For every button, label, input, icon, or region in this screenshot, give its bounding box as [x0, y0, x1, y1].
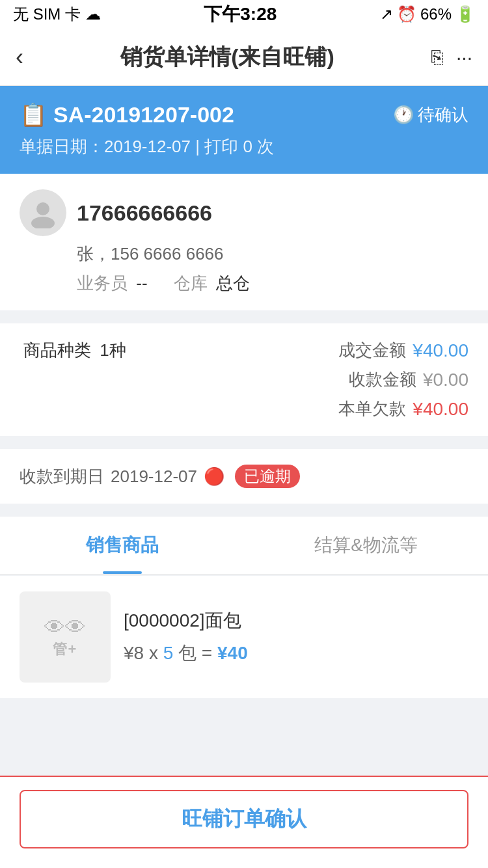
customer-contact: 张，156 6666 6666	[77, 243, 468, 265]
share-button[interactable]: ⎘	[431, 46, 443, 68]
debt-amount: 本单欠款 ¥40.00	[338, 398, 468, 420]
warehouse-field: 仓库 总仓	[174, 272, 250, 295]
tab-sales-label: 销售商品	[86, 533, 159, 558]
product-price: ¥8	[124, 643, 144, 663]
product-logo-text: 管+	[53, 640, 78, 659]
received-label: 收款金额	[349, 368, 416, 391]
debt-label: 本单欠款	[338, 398, 406, 420]
tab-settlement[interactable]: 结算&物流等	[244, 517, 488, 574]
overdue-section: 收款到期日 2019-12-07 🔴 已逾期	[0, 449, 488, 504]
product-row: 👁👁 管+ [0000002]面包 ¥8 x 5 包 = ¥40	[20, 591, 468, 683]
status-left: 无 SIM 卡 ☁	[13, 4, 101, 25]
location-icon: ↗	[380, 5, 393, 23]
product-unit: 包	[178, 643, 197, 663]
status-right: ↗ ⏰ 66% 🔋	[380, 5, 475, 23]
overdue-icon: 🔴	[204, 467, 224, 487]
product-type-value: 1种	[100, 340, 126, 360]
received-value: ¥0.00	[423, 370, 468, 390]
product-logo-eyes: 👁👁	[44, 616, 86, 640]
order-icon: 📋	[20, 102, 47, 128]
product-thumbnail: 👁👁 管+	[20, 591, 111, 683]
summary-amounts: 成交金额 ¥40.00 收款金额 ¥0.00 本单欠款 ¥40.00	[338, 339, 468, 420]
status-time: 下午3:28	[204, 2, 277, 27]
total-amount-label: 成交金额	[338, 339, 406, 362]
alarm-icon: ⏰	[397, 5, 416, 23]
debt-value: ¥40.00	[413, 399, 468, 420]
product-name: [0000002]面包	[124, 608, 468, 633]
tab-underline	[103, 571, 142, 574]
product-total: ¥40	[217, 643, 248, 663]
nav-actions: ⎘ ···	[431, 46, 472, 68]
tab-sales-product[interactable]: 销售商品	[0, 517, 244, 574]
salesperson-value: --	[136, 273, 147, 293]
order-status: 🕐 待确认	[393, 103, 468, 126]
battery-text: 66%	[420, 5, 452, 23]
warehouse-value: 总仓	[216, 273, 250, 293]
status-bar: 无 SIM 卡 ☁ 下午3:28 ↗ ⏰ 66% 🔋	[0, 0, 488, 29]
header-date: 单据日期：2019-12-07 | 打印 0 次	[20, 135, 468, 158]
product-type-label: 商品种类	[23, 340, 91, 360]
tab-settlement-label: 结算&物流等	[314, 533, 418, 558]
customer-section: 17666666666 张，156 6666 6666 业务员 -- 仓库 总仓	[0, 174, 488, 310]
warehouse-label: 仓库	[174, 273, 208, 293]
back-button[interactable]: ‹	[16, 44, 23, 71]
total-amount-value: ¥40.00	[413, 340, 468, 361]
tabs: 销售商品 结算&物流等	[0, 517, 488, 575]
product-type-field: 商品种类 1种	[20, 339, 126, 362]
clock-icon: 🕐	[393, 105, 414, 125]
confirm-button[interactable]: 旺铺订单确认	[20, 790, 468, 848]
customer-phone: 17666666666	[77, 200, 212, 226]
total-amount: 成交金额 ¥40.00	[338, 339, 468, 362]
multiply-sign: x	[149, 643, 163, 663]
page-title: 销货单详情(来自旺铺)	[120, 42, 334, 72]
product-section: 👁👁 管+ [0000002]面包 ¥8 x 5 包 = ¥40	[0, 576, 488, 698]
customer-meta: 业务员 -- 仓库 总仓	[77, 272, 468, 295]
order-id: 📋 SA-20191207-002	[20, 102, 234, 128]
equals-sign: =	[202, 643, 217, 663]
overdue-badge: 已逾期	[235, 465, 300, 488]
product-info: [0000002]面包 ¥8 x 5 包 = ¥40	[124, 608, 468, 666]
salesperson-label: 业务员	[77, 273, 128, 293]
bottom-button-wrapper: 旺铺订单确认	[0, 776, 488, 868]
svg-point-0	[36, 202, 49, 215]
product-calc: ¥8 x 5 包 = ¥40	[124, 641, 468, 666]
avatar	[20, 189, 66, 236]
overdue-date: 2019-12-07	[111, 467, 197, 487]
overdue-label: 收款到期日	[20, 465, 104, 488]
no-sim-text: 无 SIM 卡 ☁	[13, 4, 101, 25]
battery-icon: 🔋	[455, 5, 475, 23]
summary-section: 商品种类 1种 成交金额 ¥40.00 收款金额 ¥0.00 本单欠款 ¥40.…	[0, 323, 488, 436]
salesperson-field: 业务员 --	[77, 272, 148, 295]
more-button[interactable]: ···	[456, 46, 472, 68]
header-card: 📋 SA-20191207-002 🕐 待确认 单据日期：2019-12-07 …	[0, 86, 488, 174]
received-amount: 收款金额 ¥0.00	[349, 368, 468, 391]
nav-bar: ‹ 销货单详情(来自旺铺) ⎘ ···	[0, 29, 488, 86]
svg-point-1	[31, 217, 55, 228]
product-qty: 5	[163, 643, 174, 663]
